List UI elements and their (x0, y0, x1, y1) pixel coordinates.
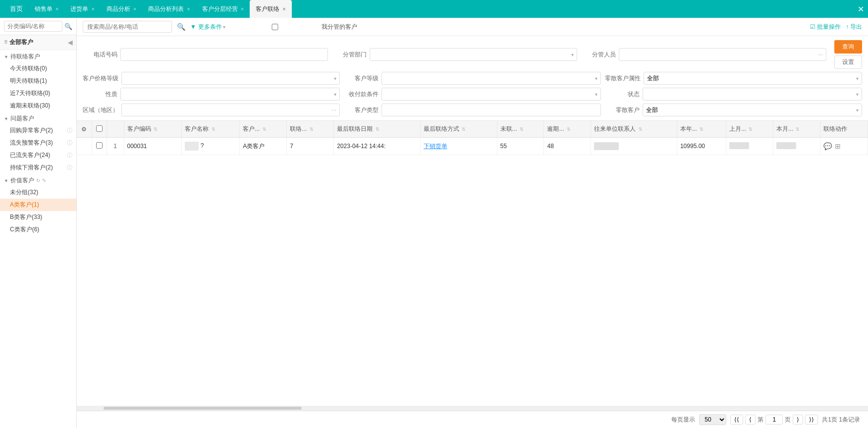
batch-op-button[interactable]: ☑ 批量操作 (810, 23, 841, 31)
sidebar-item-a-class[interactable]: A类客户(1) (0, 199, 76, 211)
sidebar-all-customers-header[interactable]: ⠿ 全部客户 ◀ (0, 35, 76, 50)
settings-button[interactable]: 设置 (834, 55, 862, 69)
nav-tab-purchase[interactable]: 进货单 × (64, 0, 100, 18)
sidebar-item-tomorrow[interactable]: 明天待联络(1) (0, 75, 76, 87)
export-button[interactable]: ↑ 导出 (846, 23, 862, 31)
filter-dept-select[interactable]: ▾ (370, 48, 577, 61)
close-purchase-tab[interactable]: × (91, 6, 94, 12)
prev-page-button[interactable]: ⟨ (745, 415, 756, 425)
refresh-icon[interactable]: ↻ (36, 178, 40, 183)
nav-tab-analysis-list[interactable]: 商品分析列表 × (142, 0, 196, 18)
sort-icon-this-month[interactable]: ⇅ (796, 127, 800, 132)
nav-tab-customer-tier[interactable]: 客户分层经营 × (196, 0, 250, 18)
main-search-button[interactable]: 🔍 (177, 23, 185, 31)
sidebar-item-b-class[interactable]: B类客户(33) (0, 211, 76, 223)
th-no-contact: 未联... ⇅ (497, 121, 544, 138)
edit-icon[interactable]: ✎ (42, 178, 46, 183)
filter-region: 区域（地区） ··· (83, 104, 340, 116)
sort-icon-contact[interactable]: ⇅ (310, 127, 314, 132)
sort-icon-unit-contact[interactable]: ⇅ (639, 127, 643, 132)
sidebar-value-customers-group[interactable]: ▼ 价值客户 ↻ ✎ (0, 174, 76, 186)
sidebar-item-7days[interactable]: 近7天待联络(0) (0, 87, 76, 100)
filter-retail-customer-select[interactable]: 全部▾ (643, 104, 862, 116)
close-all-tabs[interactable]: ✕ (858, 4, 864, 14)
more-filter-button[interactable]: ▼ 更多条件 ▾ (190, 23, 225, 31)
sidebar-item-c-class[interactable]: C类客户(6) (0, 223, 76, 236)
select-all-checkbox[interactable] (96, 125, 103, 132)
scrollbar-thumb[interactable] (104, 407, 302, 410)
last-contact-way-link[interactable]: 下销货单 (424, 143, 447, 150)
sidebar-pending-contact-group[interactable]: ▼ 待联络客户 (0, 50, 76, 62)
info-icon-2: ⓘ (67, 139, 72, 147)
adv-filter-row-2: 客户价格等级 ▾ 客户等级 ▾ 零散客户属性 全部▾ (83, 72, 862, 85)
adv-filter-row-1: 电话号码 分管部门 ▾ 分管人员 ··· 查询 设置 (83, 40, 862, 69)
sort-icon-way[interactable]: ⇅ (462, 127, 466, 132)
first-page-button[interactable]: ⟨⟨ (730, 415, 743, 425)
content-area: 🔍 ▼ 更多条件 ▾ 我分管的客户 ☑ 批量操作 ↑ 导出 (77, 18, 868, 428)
nav-home[interactable]: 首页 (4, 4, 29, 13)
filter-payment-select[interactable]: ▾ (381, 88, 601, 101)
close-sales-tab[interactable]: × (55, 6, 58, 12)
next-page-button[interactable]: ⟩ (793, 415, 803, 425)
filter-icon: ▼ (190, 23, 196, 30)
close-analysis-list-tab[interactable]: × (187, 6, 190, 12)
nav-tab-analysis[interactable]: 商品分析 × (101, 0, 142, 18)
sidebar-item-churned[interactable]: 已流失客户(24) ⓘ (0, 149, 76, 161)
collapse-icon[interactable]: ◀ (68, 39, 72, 46)
page-number-input[interactable] (765, 415, 783, 425)
sort-icon-date[interactable]: ⇅ (376, 127, 380, 132)
sidebar-item-ungrouped[interactable]: 未分组(32) (0, 186, 76, 199)
th-type: 客户... ⇅ (240, 121, 287, 138)
sort-icon-this-year[interactable]: ⇅ (700, 127, 704, 132)
th-name: 客户名称 ⇅ (182, 121, 240, 138)
close-analysis-tab[interactable]: × (133, 6, 136, 12)
th-settings[interactable]: ⚙ (77, 121, 92, 138)
sidebar-problem-customers-group[interactable]: ▼ 问题客户 (0, 112, 76, 124)
customer-table: ⚙ 客户编码 ⇅ 客户名称 ⇅ 客户... ⇅ (77, 121, 868, 155)
close-customer-tier-tab[interactable]: × (241, 6, 244, 12)
this-month-placeholder (776, 142, 796, 149)
sort-icon-type[interactable]: ⇅ (263, 127, 267, 132)
sidebar-item-declining[interactable]: 持续下滑客户(2) ⓘ (0, 161, 76, 174)
filter-region-input[interactable]: ··· (121, 104, 340, 116)
filter-price-level-select[interactable]: ▾ (121, 72, 340, 85)
filter-manager-input[interactable]: ··· (619, 48, 826, 61)
last-page-button[interactable]: ⟩⟩ (805, 415, 818, 425)
th-last-contact-way: 最后联络方式 ⇅ (420, 121, 497, 138)
sort-icon-no-contact[interactable]: ⇅ (520, 127, 524, 132)
sidebar-item-today[interactable]: 今天待联络(0) (0, 62, 76, 75)
sidebar-item-repurchase-abnormal[interactable]: 回购异常客户(2) ⓘ (0, 124, 76, 137)
horizontal-scrollbar[interactable] (77, 406, 868, 411)
page-nav: ⟨⟨ ⟨ 第 页 ⟩ ⟩⟩ (730, 415, 818, 425)
filter-customer-type-input[interactable] (381, 104, 601, 116)
filter-phone-input[interactable] (120, 48, 328, 61)
nav-tab-customer-contact[interactable]: 客户联络 × (250, 0, 291, 18)
filter-phone-label: 电话号码 (83, 51, 117, 59)
sidebar-item-churn-warning[interactable]: 流失预警客户(3) ⓘ (0, 137, 76, 149)
filter-retail-attr-select[interactable]: 全部▾ (644, 72, 862, 85)
filter-nature-select[interactable]: ▾ (120, 88, 340, 101)
per-page-select[interactable]: 50 100 200 (699, 414, 726, 425)
main-search-input[interactable] (83, 21, 172, 33)
sidebar-search-icon[interactable]: 🔍 (64, 23, 72, 30)
grid-icon[interactable]: ⊞ (835, 142, 841, 150)
query-button[interactable]: 查询 (834, 40, 862, 54)
export-icon: ↑ (846, 23, 849, 30)
sidebar-search-input[interactable] (4, 21, 62, 32)
close-customer-contact-tab[interactable]: × (282, 6, 285, 12)
my-customer-checkbox-label[interactable]: 我分管的客户 (230, 23, 357, 31)
sidebar-item-overdue[interactable]: 逾期未联络(30) (0, 100, 76, 112)
sort-icon-overdue[interactable]: ⇅ (567, 127, 571, 132)
my-customer-checkbox[interactable] (230, 24, 320, 30)
nav-tab-sales[interactable]: 销售单 × (29, 0, 64, 18)
th-last-month: 上月... ⇅ (726, 121, 773, 138)
chat-icon[interactable]: 💬 (823, 142, 832, 150)
sort-icon-last-month[interactable]: ⇅ (749, 127, 753, 132)
sort-icon-code[interactable]: ⇅ (154, 127, 158, 132)
filter-customer-level-select[interactable]: ▾ (381, 72, 601, 85)
more-icon-2: ··· (331, 107, 336, 113)
sort-icon-name[interactable]: ⇅ (212, 127, 216, 132)
arrow-down-icon-8: ▾ (856, 107, 859, 113)
filter-status-select[interactable]: ▾ (643, 88, 862, 101)
row-checkbox[interactable] (96, 142, 103, 149)
